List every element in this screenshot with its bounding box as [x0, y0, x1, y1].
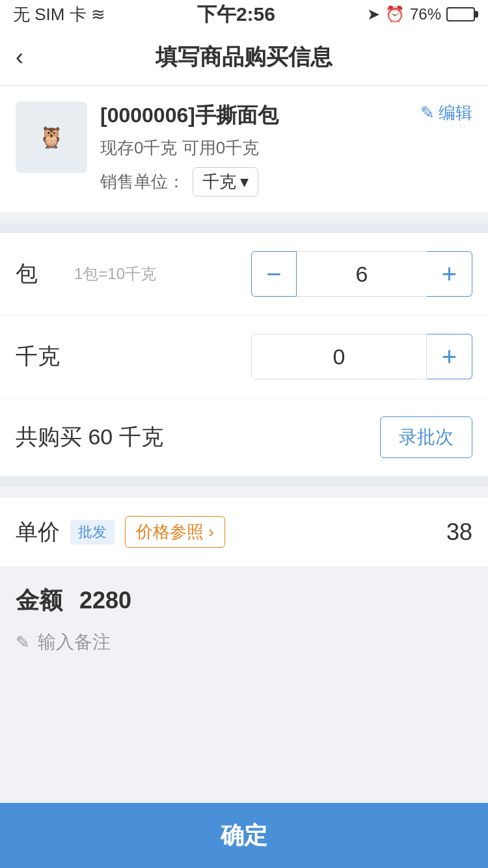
- battery-percent: 76%: [410, 5, 441, 23]
- status-network: 无 SIM 卡 ≋: [13, 3, 105, 26]
- product-name: [0000006]手撕面包: [100, 102, 472, 130]
- amount-row: 金额 2280: [16, 585, 472, 617]
- product-image: 🦉: [16, 102, 87, 173]
- bag-increment-button[interactable]: +: [427, 251, 472, 297]
- product-info: [0000006]手撕面包 现存0千克 可用0千克 销售单位： 千克 ▾: [100, 102, 472, 197]
- amount-label: 金额: [16, 587, 62, 614]
- page-title: 填写商品购买信息: [156, 42, 332, 72]
- unit-chevron-icon: ▾: [240, 172, 249, 192]
- divider-2: [0, 476, 488, 487]
- unit-label: 销售单位：: [100, 170, 185, 193]
- summary-row: 共购买 60 千克 录批次: [0, 398, 488, 476]
- bag-stepper: − +: [251, 251, 472, 297]
- edit-button[interactable]: ✎ 编辑: [420, 102, 472, 124]
- kg-stepper: +: [251, 334, 472, 379]
- nav-bar: ‹ 填写商品购买信息: [0, 29, 488, 86]
- price-label: 单价: [16, 517, 60, 547]
- confirm-button[interactable]: 确定: [0, 803, 488, 868]
- price-row: 单价 批发 价格参照 › 38: [16, 516, 472, 548]
- bag-input[interactable]: [297, 251, 427, 297]
- back-button[interactable]: ‹: [16, 44, 23, 71]
- bag-decrement-button[interactable]: −: [251, 251, 297, 297]
- amount-value: 2280: [79, 587, 131, 614]
- form-section: 包 1包=10千克 − + 千克 + 共购买 60 千克 录批次: [0, 233, 488, 476]
- remark-row[interactable]: ✎ 输入备注: [16, 630, 472, 655]
- unit-select[interactable]: 千克 ▾: [193, 167, 258, 197]
- kg-row: 千克 +: [0, 316, 488, 398]
- status-bar: 无 SIM 卡 ≋ 下午2:56 ➤ ⏰ 76%: [0, 0, 488, 29]
- price-badge: 批发: [70, 520, 115, 545]
- amount-section: 金额 2280 ✎ 输入备注: [0, 567, 488, 803]
- location-icon: ➤: [367, 5, 380, 23]
- summary-text: 共购买 60 千克: [16, 422, 163, 452]
- unit-value: 千克: [202, 170, 236, 193]
- edit-label: 编辑: [439, 102, 472, 124]
- status-icons: ➤ ⏰ 76%: [367, 5, 475, 23]
- product-stock: 现存0千克 可用0千克: [100, 137, 472, 159]
- pencil-icon: ✎: [16, 632, 30, 653]
- confirm-label: 确定: [221, 820, 267, 852]
- bag-row: 包 1包=10千克 − +: [0, 233, 488, 316]
- batch-button[interactable]: 录批次: [380, 416, 472, 458]
- product-card: 🦉 [0000006]手撕面包 现存0千克 可用0千克 销售单位： 千克 ▾ ✎…: [0, 86, 488, 212]
- product-logo: 🦉: [38, 125, 64, 150]
- product-unit-row: 销售单位： 千克 ▾: [100, 167, 472, 197]
- price-value: 38: [446, 519, 472, 546]
- bag-sub: 1包=10千克: [74, 264, 156, 284]
- price-section: 单价 批发 价格参照 › 38: [0, 497, 488, 567]
- divider-1: [0, 223, 488, 233]
- kg-increment-button[interactable]: +: [427, 334, 472, 379]
- remark-placeholder: 输入备注: [38, 630, 111, 655]
- battery-icon: [446, 7, 475, 21]
- status-time: 下午2:56: [197, 1, 275, 28]
- edit-icon: ✎: [420, 103, 435, 123]
- kg-input[interactable]: [251, 334, 427, 379]
- price-ref-button[interactable]: 价格参照 ›: [125, 516, 225, 548]
- bag-label: 包: [16, 259, 68, 289]
- kg-label: 千克: [16, 342, 68, 372]
- alarm-icon: ⏰: [385, 5, 405, 23]
